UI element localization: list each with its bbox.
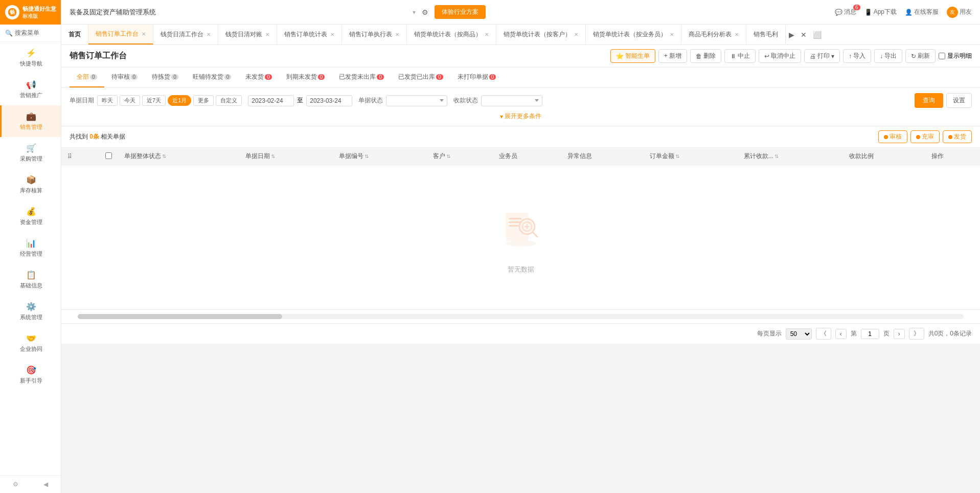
date-to-input[interactable]: [306, 95, 352, 106]
tab-close-icon[interactable]: ✕: [485, 32, 489, 37]
sort-number-icon[interactable]: ⇅: [364, 153, 369, 159]
date-btn-custom[interactable]: 自定义: [216, 95, 242, 106]
payment-select[interactable]: [481, 95, 542, 106]
sidebar-item-marketing[interactable]: 📢 营销推广: [0, 74, 61, 105]
status-select[interactable]: [386, 95, 447, 106]
sidebar-item-inventory[interactable]: 📦 库存核算: [0, 169, 61, 200]
tab-sales-summary-staff[interactable]: 销货单统计表（按业务员） ✕: [586, 25, 681, 44]
date-btn-more[interactable]: 更多: [193, 95, 214, 106]
filter-tab-shipped-not-out[interactable]: 已发货未出库0: [332, 68, 391, 87]
next-page-btn[interactable]: ›: [894, 329, 905, 339]
stop-button[interactable]: ⏸ 中止: [724, 49, 756, 63]
select-all-checkbox[interactable]: [105, 152, 112, 159]
filter-tab-shipped-out[interactable]: 已发货已出库0: [391, 68, 450, 87]
tab-close-icon[interactable]: ✕: [142, 31, 146, 37]
quick-nav-icon: ⚡: [26, 48, 36, 58]
tab-cash-daily[interactable]: 钱货日清工作台 ✕: [153, 25, 218, 44]
filter-tab-pending-review[interactable]: 待审核0: [104, 68, 145, 87]
filter-tab-pending-inspect[interactable]: 待拣货0: [145, 68, 186, 87]
filter-tab-wangpu[interactable]: 旺铺待发货0: [186, 68, 239, 87]
sidebar-item-finance[interactable]: 💰 资金管理: [0, 200, 61, 232]
cancel-review-button[interactable]: 充审: [910, 130, 940, 143]
sidebar-item-sales[interactable]: 💼 销售管理: [0, 105, 61, 137]
tab-sales-exec[interactable]: 销售订单执行表 ✕: [342, 25, 407, 44]
add-button[interactable]: + 新增: [658, 49, 687, 63]
tab-sales-summary-product[interactable]: 销货单统计表（按商品） ✕: [407, 25, 496, 44]
tab-home[interactable]: 首页: [61, 25, 88, 44]
tab-sales-profit[interactable]: 销售毛利: [746, 25, 786, 44]
expand-conditions-btn[interactable]: ▾ 展开更多条件: [500, 112, 541, 121]
message-icon-item[interactable]: 💬 消息 6: [835, 8, 856, 16]
tab-maximize-btn[interactable]: ⬜: [810, 31, 825, 39]
app-download-item[interactable]: 📱 App下载: [864, 8, 897, 16]
import-button[interactable]: ↑ 导入: [843, 49, 871, 63]
collapse-icon[interactable]: ◀: [43, 481, 48, 488]
query-button[interactable]: 查询: [915, 93, 943, 108]
tab-sales-summary-customer[interactable]: 销货单统计表（按客户） ✕: [496, 25, 586, 44]
filter-tab-all[interactable]: 全部0: [70, 68, 104, 87]
date-from-input[interactable]: [248, 95, 294, 106]
sort-date-icon[interactable]: ⇅: [271, 153, 275, 159]
tab-close-icon[interactable]: ✕: [265, 32, 269, 37]
date-btn-7days[interactable]: 近7天: [142, 95, 166, 106]
tab-product-margin[interactable]: 商品毛利分析表 ✕: [681, 25, 746, 44]
sidebar-item-operation[interactable]: 📊 经营管理: [0, 232, 61, 264]
per-page-select[interactable]: 10 20 50 100: [786, 328, 812, 340]
sidebar-item-purchase[interactable]: 🛒 采购管理: [0, 137, 61, 169]
cancel-stop-button[interactable]: ↩ 取消中止: [759, 49, 801, 63]
date-range-btns: 昨天 今天 近7天 近1月 更多 自定义: [97, 95, 242, 106]
print-button[interactable]: 🖨 打印 ▾: [804, 49, 840, 63]
review-dot: [884, 135, 888, 139]
user-item[interactable]: 友 用友: [947, 7, 972, 18]
tab-nav-forward-btn[interactable]: ▶: [786, 31, 797, 39]
filter-tab-not-printed[interactable]: 未打印单据0: [450, 68, 504, 87]
sidebar-item-base[interactable]: 📋 基础信息: [0, 264, 61, 296]
date-btn-1month[interactable]: 近1月: [168, 95, 191, 106]
first-page-btn[interactable]: 《: [816, 328, 831, 340]
tab-close-icon[interactable]: ✕: [207, 32, 211, 37]
trial-button[interactable]: 体验行业方案: [435, 5, 486, 19]
sidebar-item-guide[interactable]: 🎯 新手引导: [0, 359, 61, 391]
refresh-button[interactable]: ↻ 刷新: [905, 49, 936, 63]
show-detail-checkbox[interactable]: [939, 53, 945, 59]
tab-close-icon[interactable]: ✕: [395, 32, 399, 37]
dropdown-arrow-icon[interactable]: ▾: [413, 9, 416, 16]
tab-sales-stats[interactable]: 销售订单统计表 ✕: [277, 25, 342, 44]
sidebar-item-system[interactable]: ⚙️ 系统管理: [0, 296, 61, 327]
tab-close-icon[interactable]: ✕: [735, 32, 739, 37]
date-btn-yesterday[interactable]: 昨天: [97, 95, 118, 106]
sidebar-item-quick-nav[interactable]: ⚡ 快捷导航: [0, 42, 61, 74]
gear-settings-icon[interactable]: ⚙: [422, 8, 428, 16]
tab-cash-reconcile[interactable]: 钱货日清对账 ✕: [218, 25, 277, 44]
delete-button[interactable]: 🗑 删除: [690, 49, 721, 63]
col-collected: 累计收款...⇅: [738, 148, 843, 165]
page-input[interactable]: [861, 329, 879, 339]
filter-tab-not-shipped[interactable]: 未发货0: [238, 68, 279, 87]
tab-sales-workbench[interactable]: 销售订单工作台 ✕: [88, 25, 153, 44]
settings-icon[interactable]: ⚙: [13, 481, 18, 488]
tab-close-icon[interactable]: ✕: [670, 32, 674, 37]
sort-collected-icon[interactable]: ⇅: [774, 153, 779, 159]
show-detail-label[interactable]: 显示明细: [939, 52, 972, 60]
tab-close-all-btn[interactable]: ✕: [797, 31, 810, 39]
ship-button[interactable]: 发货: [943, 130, 972, 143]
setting-button[interactable]: 设置: [946, 93, 972, 108]
sidebar-search-item[interactable]: 🔍 搜索菜单: [0, 25, 61, 42]
sort-customer-icon[interactable]: ⇅: [446, 153, 450, 159]
last-page-btn[interactable]: 》: [909, 328, 924, 340]
online-service-item[interactable]: 👤 在线客服: [905, 8, 939, 16]
svg-line-8: [533, 232, 537, 237]
sort-status-icon[interactable]: ⇅: [162, 153, 166, 159]
sort-amount-icon[interactable]: ⇅: [675, 153, 679, 159]
date-btn-today[interactable]: 今天: [120, 95, 140, 106]
review-button[interactable]: 审核: [878, 130, 907, 143]
prev-page-btn[interactable]: ‹: [835, 329, 847, 339]
tab-close-icon[interactable]: ✕: [574, 32, 578, 37]
scroll-thumb[interactable]: [78, 314, 282, 319]
enterprise-icon: 🤝: [26, 333, 36, 343]
smart-create-button[interactable]: ⭐ 智能生单: [610, 49, 655, 63]
filter-tab-overdue-not-shipped[interactable]: 到期未发货0: [279, 68, 332, 87]
export-button[interactable]: ↓ 导出: [874, 49, 902, 63]
tab-close-icon[interactable]: ✕: [330, 32, 334, 37]
sidebar-item-enterprise[interactable]: 🤝 企业协同: [0, 327, 61, 359]
